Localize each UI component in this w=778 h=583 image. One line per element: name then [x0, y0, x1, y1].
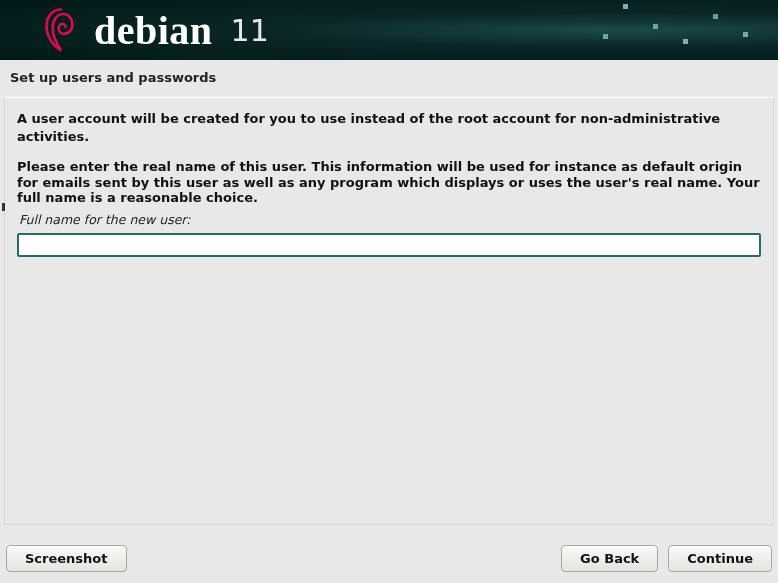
debian-swirl-icon [42, 5, 80, 55]
description-1: A user account will be created for you t… [17, 110, 761, 145]
full-name-label: Full name for the new user: [17, 212, 761, 227]
installer-header: debian 11 [0, 0, 778, 60]
screenshot-button[interactable]: Screenshot [6, 545, 127, 572]
page-title: Set up users and passwords [0, 60, 778, 93]
footer-bar: Screenshot Go Back Continue [0, 539, 778, 583]
continue-button[interactable]: Continue [668, 545, 772, 572]
brand-version: 11 [231, 13, 269, 48]
full-name-input[interactable] [17, 233, 761, 257]
description-2: Please enter the real name of this user.… [17, 159, 761, 206]
brand-name: debian [94, 7, 213, 54]
go-back-button[interactable]: Go Back [561, 545, 658, 572]
brand-logo: debian 11 [0, 0, 778, 60]
main-panel: A user account will be created for you t… [4, 97, 774, 525]
